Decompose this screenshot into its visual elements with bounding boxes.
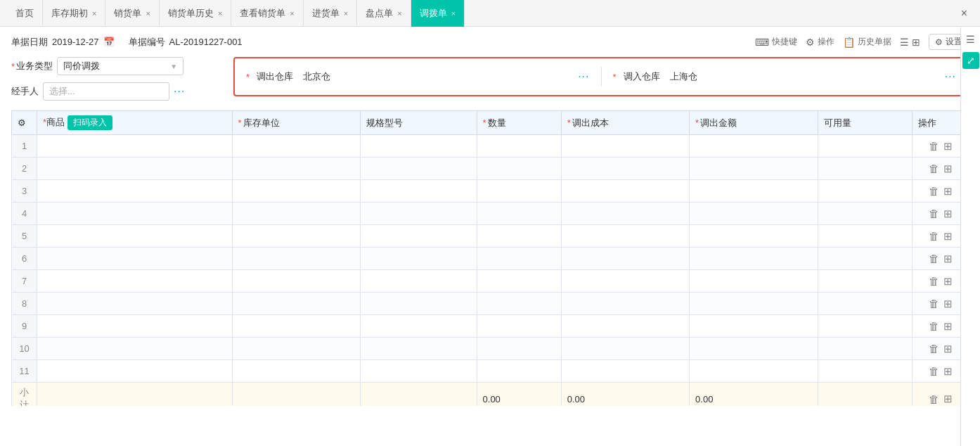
business-type-dropdown[interactable]: 同价调拨 ▼	[57, 57, 183, 75]
cell-spec[interactable]	[361, 338, 477, 360]
cell-qty[interactable]	[477, 360, 561, 383]
scan-btn[interactable]: 扫码录入	[67, 115, 112, 130]
cell-product[interactable]	[37, 338, 233, 360]
tab-transfer[interactable]: 调拨单 ×	[411, 0, 465, 27]
cell-product[interactable]	[37, 203, 233, 225]
delete-icon[interactable]: 🗑	[929, 253, 939, 265]
cell-cost[interactable]	[561, 360, 689, 383]
cell-unit[interactable]	[232, 225, 360, 248]
cell-qty[interactable]	[477, 135, 561, 158]
tab-inventory-init[interactable]: 库存期初 ×	[43, 0, 105, 27]
delete-icon[interactable]: 🗑	[929, 298, 939, 310]
cell-product[interactable]	[37, 360, 233, 383]
transfer-out-more-button[interactable]: ···	[578, 70, 589, 83]
transfer-in-more-button[interactable]: ···	[945, 70, 956, 83]
delete-icon[interactable]: 🗑	[929, 230, 939, 242]
cell-unit[interactable]	[232, 360, 360, 383]
cell-qty[interactable]	[477, 248, 561, 270]
cell-amount[interactable]	[690, 338, 818, 360]
cell-spec[interactable]	[361, 293, 477, 315]
cell-amount[interactable]	[690, 248, 818, 270]
tab-sales-order[interactable]: 销货单 ×	[105, 0, 159, 27]
layout-grid-icon[interactable]: ⊞	[912, 37, 920, 48]
cell-unit[interactable]	[232, 180, 360, 203]
cell-available[interactable]	[818, 180, 912, 203]
cell-available[interactable]	[818, 338, 912, 360]
cell-product[interactable]	[37, 158, 233, 180]
cell-available[interactable]	[818, 135, 912, 158]
tab-sales-order-close[interactable]: ×	[146, 9, 150, 18]
cell-spec[interactable]	[361, 180, 477, 203]
cell-product[interactable]	[37, 248, 233, 270]
delete-icon[interactable]: 🗑	[929, 275, 939, 287]
delete-icon[interactable]: 🗑	[929, 163, 939, 174]
cell-qty[interactable]	[477, 180, 561, 203]
cell-qty[interactable]	[477, 338, 561, 360]
cell-spec[interactable]	[361, 360, 477, 383]
cell-spec[interactable]	[361, 203, 477, 225]
handler-dropdown[interactable]: 选择...	[43, 82, 169, 101]
cell-unit[interactable]	[232, 270, 360, 293]
subtotal-delete-icon[interactable]: 🗑	[929, 393, 939, 405]
cell-amount[interactable]	[690, 203, 818, 225]
cell-unit[interactable]	[232, 315, 360, 338]
cell-product[interactable]	[37, 225, 233, 248]
cell-amount[interactable]	[690, 315, 818, 338]
cell-unit[interactable]	[232, 203, 360, 225]
history-doc-tool[interactable]: 📋 历史单据	[843, 36, 891, 48]
cell-available[interactable]	[818, 293, 912, 315]
tab-inventory-check-close[interactable]: ×	[397, 9, 401, 18]
tab-inventory-init-close[interactable]: ×	[92, 9, 96, 18]
tab-purchase-order-close[interactable]: ×	[344, 9, 348, 18]
cell-amount[interactable]	[690, 135, 818, 158]
subtotal-copy-icon[interactable]: ⊞	[943, 393, 953, 405]
cell-available[interactable]	[818, 270, 912, 293]
cell-cost[interactable]	[561, 248, 689, 270]
delete-icon[interactable]: 🗑	[929, 320, 939, 332]
copy-icon[interactable]: ⊞	[943, 365, 953, 378]
calendar-icon[interactable]: 📅	[103, 37, 115, 47]
cell-available[interactable]	[818, 225, 912, 248]
copy-icon[interactable]: ⊞	[943, 163, 953, 175]
cell-amount[interactable]	[690, 270, 818, 293]
tab-inventory-check[interactable]: 盘点单 ×	[357, 0, 411, 27]
cell-unit[interactable]	[232, 338, 360, 360]
cell-unit[interactable]	[232, 158, 360, 180]
copy-icon[interactable]: ⊞	[943, 298, 953, 310]
cell-unit[interactable]	[232, 135, 360, 158]
cell-spec[interactable]	[361, 135, 477, 158]
cell-product[interactable]	[37, 315, 233, 338]
tab-purchase-order[interactable]: 进货单 ×	[304, 0, 357, 27]
cell-spec[interactable]	[361, 315, 477, 338]
cell-cost[interactable]	[561, 203, 689, 225]
cell-unit[interactable]	[232, 248, 360, 270]
tab-view-sales[interactable]: 查看销货单 ×	[231, 0, 303, 27]
cell-cost[interactable]	[561, 270, 689, 293]
delete-icon[interactable]: 🗑	[929, 365, 939, 377]
cell-cost[interactable]	[561, 135, 689, 158]
delete-icon[interactable]: 🗑	[929, 343, 939, 355]
cell-product[interactable]	[37, 293, 233, 315]
cell-cost[interactable]	[561, 158, 689, 180]
copy-icon[interactable]: ⊞	[943, 343, 953, 355]
cell-spec[interactable]	[361, 158, 477, 180]
copy-icon[interactable]: ⊞	[943, 275, 953, 288]
cell-available[interactable]	[818, 360, 912, 383]
delete-icon[interactable]: 🗑	[929, 140, 939, 152]
cell-cost[interactable]	[561, 338, 689, 360]
cell-cost[interactable]	[561, 180, 689, 203]
cell-qty[interactable]	[477, 315, 561, 338]
cell-spec[interactable]	[361, 248, 477, 270]
tab-sales-history[interactable]: 销货单历史 ×	[160, 0, 231, 27]
cell-qty[interactable]	[477, 293, 561, 315]
sidebar-doc-list-icon[interactable]: ☰	[962, 31, 979, 48]
sidebar-expand-icon[interactable]: ⤢	[962, 52, 979, 69]
cell-spec[interactable]	[361, 270, 477, 293]
cell-available[interactable]	[818, 158, 912, 180]
handler-more-button[interactable]: ···	[174, 85, 185, 98]
cell-product[interactable]	[37, 180, 233, 203]
cell-amount[interactable]	[690, 158, 818, 180]
th-settings[interactable]: ⚙	[12, 111, 37, 135]
cell-amount[interactable]	[690, 180, 818, 203]
cell-unit[interactable]	[232, 293, 360, 315]
